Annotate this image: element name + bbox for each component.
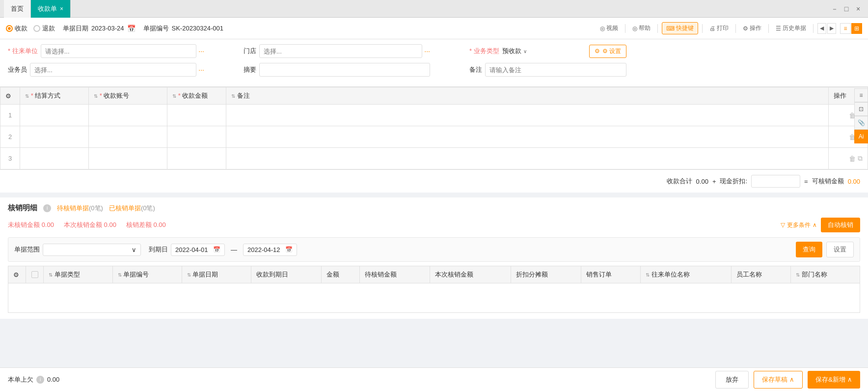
date-from-input[interactable]: 2022-04-01 📅: [171, 244, 225, 256]
staff-more-icon[interactable]: ···: [198, 66, 204, 74]
save-draft-button[interactable]: 保存草稿 ∧: [754, 371, 803, 389]
sub-sort-dept[interactable]: ⇅: [796, 272, 800, 278]
calendar-icon[interactable]: 📅: [127, 25, 136, 32]
store-field: 门店 ···: [244, 44, 430, 58]
history-button[interactable]: ☰ 历史单据: [773, 23, 809, 34]
operation-button[interactable]: ⚙ 操作: [740, 23, 764, 34]
shortcut-button[interactable]: ⌨ 快捷键: [662, 22, 698, 34]
more-conditions-button[interactable]: ▽ 更多条件 ∧: [781, 221, 817, 229]
grid-layout-icon[interactable]: ⊞: [851, 23, 862, 34]
tab-home[interactable]: 首页: [4, 0, 31, 18]
sort-icon-settle[interactable]: ⇅: [25, 93, 29, 99]
discount-input[interactable]: [751, 175, 800, 188]
video-button[interactable]: ◎ 视频: [597, 23, 621, 34]
print-button[interactable]: 🖨 打印: [706, 23, 732, 34]
right-panel-form-icon[interactable]: ⊡: [854, 102, 868, 116]
store-more-icon[interactable]: ···: [424, 47, 430, 55]
history-icon: ☰: [776, 25, 781, 32]
radio-refund[interactable]: 退款: [33, 24, 55, 33]
right-panel-table-icon[interactable]: ≡: [854, 88, 868, 102]
summary-input[interactable]: [259, 63, 430, 77]
minimize-button[interactable]: －: [831, 5, 839, 13]
row-remark-2[interactable]: [226, 126, 829, 148]
row-remark-1[interactable]: [226, 105, 829, 126]
sub-th-gear[interactable]: ⚙: [8, 266, 26, 283]
row-amount-2[interactable]: [167, 126, 226, 148]
range-chevron-icon: ∨: [132, 246, 136, 253]
empty-row-cell: [8, 283, 860, 313]
plus-sign: +: [712, 178, 716, 185]
verification-info-icon[interactable]: i: [43, 204, 51, 212]
bottom-info-icon[interactable]: i: [36, 376, 44, 384]
sub-th-pending: 待核销金额: [359, 266, 430, 283]
pending-tab[interactable]: 待核销单据(0笔): [57, 204, 103, 213]
sub-th-date: ⇅ 单据日期: [182, 266, 251, 283]
radio-receive[interactable]: 收款: [6, 24, 27, 33]
sort-icon-account[interactable]: ⇅: [94, 93, 98, 99]
sort-icon-amount[interactable]: ⇅: [172, 93, 176, 99]
receipt-table: ⚙ ⇅ 结算方式 ⇅ 收款账号 ⇅ 收款金额 ⇅: [0, 87, 868, 169]
verification-header: 核销明细 i 待核销单据(0笔) 已核销单据(0笔): [8, 203, 860, 213]
table-header-row: ⚙ ⇅ 结算方式 ⇅ 收款账号 ⇅ 收款金额 ⇅: [0, 87, 868, 105]
verification-actions-right: ▽ 更多条件 ∧ 自动核销: [781, 218, 860, 232]
sort-icon-remark[interactable]: ⇅: [231, 93, 235, 99]
row-amount-1[interactable]: [167, 105, 226, 126]
copy-icon-3[interactable]: ⧉: [858, 154, 863, 163]
shortcut-icon: ⌨: [666, 25, 675, 32]
delete-icon-3[interactable]: 🗑: [849, 155, 856, 163]
discount-label: 现金折扣:: [720, 177, 747, 186]
tab-receipt[interactable]: 收款单 ×: [31, 0, 71, 18]
due-date-filter-field: 到期日 2022-04-01 📅 — 2022-04-12 📅: [149, 244, 297, 256]
counterpart-more-icon[interactable]: ···: [198, 47, 204, 55]
range-select[interactable]: ∨: [43, 244, 141, 256]
note-input[interactable]: [485, 63, 626, 77]
save-new-button[interactable]: 保存&新增 ∧: [808, 371, 860, 389]
header-checkbox[interactable]: [31, 271, 38, 278]
staff-field: 业务员 ···: [8, 63, 204, 77]
setting-button[interactable]: ⚙ ⚙ 设置: [589, 45, 626, 58]
done-tab[interactable]: 已核销单据(0笔): [109, 204, 155, 213]
sub-sort-counterpart[interactable]: ⇅: [646, 272, 650, 278]
counterpart-input[interactable]: [41, 44, 197, 58]
sub-th-checkbox[interactable]: [26, 266, 44, 283]
help-button[interactable]: ◎ 帮助: [629, 23, 653, 34]
row-account-2[interactable]: [89, 126, 167, 148]
form-row-1: * 往来单位 ··· 门店 ··· * 业务类型 预收款 ∨: [8, 44, 860, 58]
right-panel-clip-icon[interactable]: 📎: [854, 116, 868, 130]
sub-sort-number[interactable]: ⇅: [118, 272, 122, 278]
section-divider: [0, 193, 868, 197]
filter-setting-button[interactable]: 设置: [826, 242, 854, 257]
business-type-select[interactable]: 预收款 ∨: [502, 47, 527, 56]
verification-stats: 未核销金额 0.00 本次核销金额 0.00 核销差额 0.00 ▽ 更多条件 …: [8, 218, 860, 232]
auto-verification-button[interactable]: 自动核销: [821, 218, 860, 232]
next-arrow[interactable]: ▶: [827, 23, 836, 34]
net-label: 可核销金额: [812, 177, 844, 186]
query-button[interactable]: 查询: [796, 242, 822, 257]
radio-refund-dot: [33, 25, 40, 32]
sub-table-header-row: ⚙ ⇅ 单据类型 ⇅ 单据编号 ⇅ 单据日期 收款到期: [8, 266, 860, 283]
store-label: 门店: [244, 47, 256, 56]
maximize-button[interactable]: □: [842, 5, 850, 13]
sub-th-staff: 员工名称: [731, 266, 791, 283]
sub-th-discount: 折扣分摊额: [511, 266, 581, 283]
row-amount-3[interactable]: [167, 148, 226, 169]
right-panel-ai-icon[interactable]: Ai: [854, 130, 868, 143]
close-button[interactable]: ×: [854, 5, 862, 13]
store-input[interactable]: [259, 44, 422, 58]
prev-arrow[interactable]: ◀: [817, 23, 826, 34]
list-layout-icon[interactable]: ≡: [840, 23, 851, 34]
th-gear[interactable]: ⚙: [0, 87, 20, 105]
sub-sort-type[interactable]: ⇅: [49, 272, 53, 278]
row-account-3[interactable]: [89, 148, 167, 169]
sub-sort-date[interactable]: ⇅: [187, 272, 191, 278]
abandon-button[interactable]: 放弃: [715, 371, 749, 389]
row-settle-3[interactable]: [20, 148, 89, 169]
date-to-input[interactable]: 2022-04-12 📅: [243, 244, 297, 256]
row-settle-2[interactable]: [20, 126, 89, 148]
staff-input[interactable]: [30, 63, 196, 77]
sub-th-due: 收款到期日: [251, 266, 321, 283]
row-settle-1[interactable]: [20, 105, 89, 126]
tab-close-icon[interactable]: ×: [60, 5, 63, 12]
row-remark-3[interactable]: [226, 148, 829, 169]
row-account-1[interactable]: [89, 105, 167, 126]
